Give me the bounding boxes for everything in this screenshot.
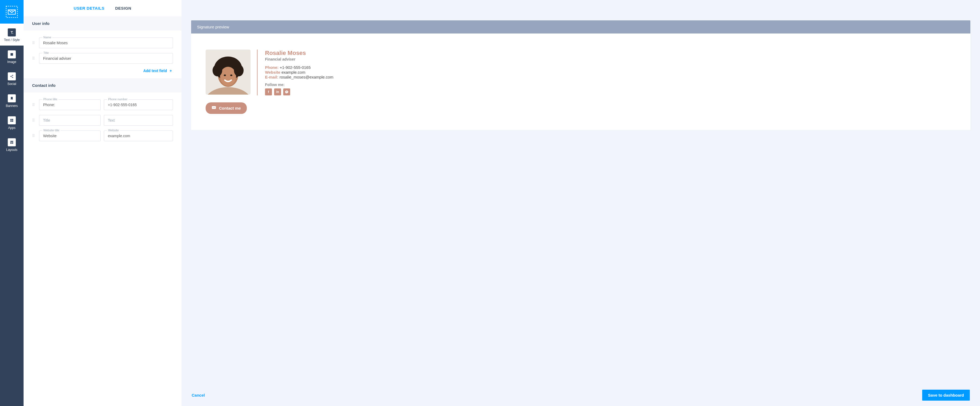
field-label: Phone title (42, 98, 58, 101)
sidebar-item-label: Apps (8, 126, 15, 130)
field-row-phone: ⠿ Phone title Phone number (32, 99, 173, 110)
field-label: Title (42, 51, 50, 54)
drag-handle-icon[interactable]: ⠿ (32, 120, 36, 121)
contact-me-button[interactable]: Contact me (205, 102, 247, 114)
svg-point-18 (224, 75, 226, 76)
sidebar-item-image[interactable]: Image (0, 46, 24, 67)
drag-handle-icon[interactable]: ⠿ (32, 58, 36, 59)
cancel-button[interactable]: Cancel (192, 393, 205, 397)
facebook-icon[interactable]: f (265, 88, 272, 95)
sidebar-item-social[interactable]: Social (0, 67, 24, 90)
editor-panel[interactable]: USER DETAILS DESIGN User info ⠿ Name ⠿ T… (24, 0, 181, 406)
extra-title-input[interactable] (39, 115, 101, 126)
svg-rect-0 (6, 6, 18, 18)
follow-label: Follow me: (265, 83, 333, 87)
footer-actions: Cancel Save to dashboard (191, 384, 970, 406)
svg-point-20 (213, 65, 222, 77)
chat-bubble-icon (212, 105, 216, 111)
sidebar-item-text-style[interactable]: Text / Style (0, 24, 24, 46)
save-to-dashboard-button[interactable]: Save to dashboard (922, 390, 970, 401)
title-input[interactable] (39, 53, 173, 64)
svg-rect-9 (12, 121, 13, 122)
phone-number-input[interactable] (104, 99, 173, 110)
sidebar-item-label: Image (7, 60, 16, 64)
svg-rect-7 (12, 119, 13, 120)
website-title-input[interactable] (39, 131, 101, 141)
drag-handle-icon[interactable]: ⠿ (32, 104, 36, 106)
svg-rect-11 (10, 142, 12, 144)
contact-me-label: Contact me (219, 106, 241, 110)
section-user-info-title: User info (24, 16, 181, 30)
field-label: Phone number (107, 98, 129, 101)
tab-design[interactable]: DESIGN (115, 6, 131, 10)
svg-point-19 (230, 75, 232, 76)
field-row-title: ⠿ Title (32, 53, 173, 64)
website-label: Website (265, 70, 280, 75)
svg-rect-12 (12, 142, 13, 144)
signature-phone-line: Phone: +1-902-555-0165 (265, 65, 333, 70)
svg-point-2 (13, 33, 13, 34)
website-input[interactable] (104, 131, 173, 141)
grid-icon (8, 116, 16, 124)
plus-icon: + (170, 69, 172, 73)
website-value: example.com (282, 70, 305, 75)
share-icon (8, 72, 16, 80)
image-icon (8, 50, 16, 58)
text-style-icon (8, 29, 16, 37)
signature: Rosalie Moses Financial adviser Phone: +… (191, 34, 970, 130)
sidebar-item-label: Text / Style (4, 38, 20, 42)
sidebar-item-label: Layouts (6, 148, 18, 152)
svg-point-25 (215, 107, 215, 108)
signature-title: Financial adviser (265, 57, 333, 61)
sidebar-item-label: Banners (6, 104, 18, 108)
svg-rect-10 (10, 141, 13, 142)
svg-point-1 (11, 10, 13, 13)
signature-email-line: E-mail: rosalie_moses@example.com (265, 75, 333, 79)
name-input[interactable] (39, 38, 173, 48)
svg-point-24 (213, 107, 214, 108)
sidebar-item-banners[interactable]: Banners (0, 90, 24, 112)
extra-text-input[interactable] (104, 115, 173, 126)
signature-main: Rosalie Moses Financial adviser Phone: +… (205, 50, 956, 95)
signature-website-line: Website example.com (265, 70, 333, 75)
signature-info: Rosalie Moses Financial adviser Phone: +… (265, 50, 333, 95)
svg-point-23 (213, 107, 213, 108)
preview-card: Signature preview (191, 20, 970, 130)
drag-handle-icon[interactable]: ⠿ (32, 42, 36, 44)
section-contact-info-title: Contact info (24, 78, 181, 93)
svg-point-17 (220, 67, 236, 86)
linkedin-icon[interactable]: in (274, 88, 281, 95)
email-label: E-mail: (265, 75, 278, 79)
phone-label: Phone: (265, 65, 278, 70)
app-root: Text / Style Image Social Banners Apps (0, 0, 980, 406)
signature-name: Rosalie Moses (265, 50, 333, 56)
preview-header: Signature preview (191, 20, 970, 34)
phone-title-input[interactable] (39, 99, 101, 110)
field-label: Name (42, 36, 52, 39)
field-label: Website (107, 129, 120, 132)
signature-photo (205, 50, 251, 94)
tab-user-details[interactable]: USER DETAILS (73, 6, 104, 10)
messenger-icon[interactable] (283, 88, 290, 95)
field-row-website: ⠿ Website title Website (32, 131, 173, 141)
add-text-field-label: Add text field (143, 69, 167, 73)
avatar-illustration (205, 50, 251, 94)
svg-point-21 (234, 65, 243, 77)
sidebar-item-layouts[interactable]: Layouts (0, 133, 24, 155)
section-contact-info: ⠿ Phone title Phone number ⠿ (24, 93, 181, 147)
sidebar-item-label: Social (8, 82, 16, 86)
field-row-extra: ⠿ (32, 115, 173, 126)
field-row-name: ⠿ Name (32, 38, 173, 48)
brand-logo[interactable] (0, 0, 24, 24)
field-label: Website title (42, 129, 60, 132)
svg-rect-8 (10, 121, 12, 122)
svg-rect-6 (10, 119, 12, 120)
email-value: rosalie_moses@example.com (280, 75, 333, 79)
sidebar-item-apps[interactable]: Apps (0, 112, 24, 133)
preview-pane: Signature preview (181, 0, 980, 406)
phone-value: +1-902-555-0165 (280, 65, 311, 70)
tab-row: USER DETAILS DESIGN (24, 0, 181, 16)
drag-handle-icon[interactable]: ⠿ (32, 135, 36, 137)
signature-divider (257, 50, 258, 95)
add-text-field-link[interactable]: Add text field + (32, 69, 173, 73)
